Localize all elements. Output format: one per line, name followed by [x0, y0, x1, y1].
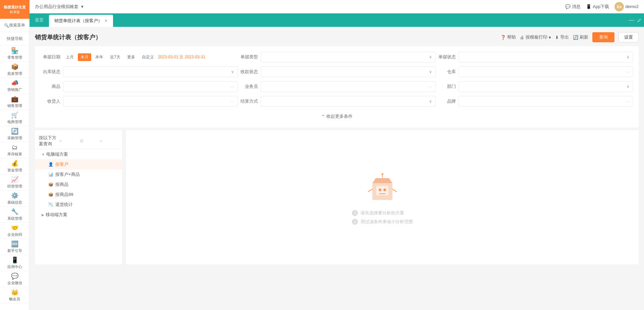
sidebar-item-system[interactable]: 🔧 系统管理: [0, 207, 30, 223]
print-btn[interactable]: 🖨 按模板打印 ▾: [520, 34, 551, 40]
tree-item-return[interactable]: 📉 退货统计: [35, 200, 122, 210]
sidebar-item-sales[interactable]: 💼 销售管理: [0, 94, 30, 110]
date-btn-7days[interactable]: 近7天: [107, 53, 123, 61]
tree-item-customer[interactable]: 👤 按客户: [35, 159, 122, 169]
outstatus-input[interactable]: ∨: [63, 66, 238, 77]
sidebar-item-marketing[interactable]: 📣 营销推广: [0, 78, 30, 94]
sidebar-search[interactable]: 🔍 搜索菜单: [0, 19, 30, 32]
settings-scheme-btn[interactable]: ⚙: [79, 138, 98, 144]
sidebar-item-appcenter[interactable]: 📱 应用中心: [0, 255, 30, 271]
tab-close-icon[interactable]: ✕: [104, 18, 108, 23]
outstatus-label: 出库状态: [40, 69, 60, 75]
filter-date: 单据日期 上月 本月 本年 近7天 更多 自定义 2023-03-01 至 20…: [40, 53, 238, 61]
export-btn[interactable]: ⬇ 导出: [555, 34, 569, 40]
refresh-label: 刷新: [580, 34, 588, 40]
date-btn-this-year[interactable]: 本年: [93, 53, 106, 61]
date-range-display: 2023-03-01 至 2023-03-31: [158, 54, 205, 60]
add-scheme-btn[interactable]: +: [59, 138, 78, 144]
date-btn-custom[interactable]: 自定义: [139, 53, 157, 61]
settlement-input[interactable]: ∨: [261, 96, 435, 107]
sidebar-item-newuser[interactable]: 🆕 新手引导: [0, 239, 30, 255]
svg-line-9: [392, 189, 396, 192]
tree-group-mobile-title[interactable]: ▶ 移动端方案: [35, 210, 122, 220]
department-input[interactable]: ∨: [459, 81, 633, 92]
tabbar: 首页 销货单统计表（按客户） ✕ — ⤢: [30, 13, 644, 27]
refresh-btn[interactable]: 🔄 刷新: [573, 34, 588, 40]
department-label: 部门: [436, 84, 456, 90]
sidebar-quicknav[interactable]: 快捷导航: [0, 32, 30, 46]
quicknav-label: 快捷导航: [7, 36, 23, 42]
hint-item-1: 1 请先选择要分析的方案: [352, 210, 413, 216]
recvstatus-label: 收款状态: [238, 69, 258, 75]
user-name: demo2: [625, 4, 639, 9]
sidebar-item-basic[interactable]: ⚙️ 基础信息: [0, 191, 30, 207]
dropdown-icon[interactable]: ▾: [81, 4, 84, 9]
sidebar-item-operation[interactable]: 📈 经营管理: [0, 174, 30, 191]
date-btn-this-month[interactable]: 本月: [78, 53, 91, 61]
search-icon: 🔍: [4, 23, 9, 28]
help-btn[interactable]: ❓ 帮助: [500, 34, 516, 40]
department-chevron: ∨: [627, 84, 630, 89]
tree-group-pc-title[interactable]: ▼ 电脑端方案: [35, 149, 122, 159]
tree-item-customer-goods[interactable]: 📊 按客户+商品: [35, 169, 122, 179]
sidebar-item-member[interactable]: 👑 畅会员: [0, 287, 30, 303]
date-btn-more[interactable]: 更多: [124, 53, 138, 61]
user-info[interactable]: Ea demo2: [614, 2, 639, 11]
sidebar-item-retail[interactable]: 🏪 零售管理: [0, 46, 30, 62]
sidebar-logo: 畅捷通好生意 标准版: [0, 0, 30, 19]
tab-maximize-icon[interactable]: ⤢: [637, 17, 641, 23]
receiver-input[interactable]: ···: [63, 96, 238, 107]
date-btn-last-month[interactable]: 上月: [63, 53, 76, 61]
receiver-more-icon[interactable]: ···: [230, 99, 234, 104]
brand-more-icon[interactable]: ···: [626, 99, 630, 104]
customer-label: 按客户: [55, 161, 68, 167]
docstatus-input[interactable]: ∨: [459, 52, 633, 62]
sidebar-item-enterprise[interactable]: 🤝 企业协同: [0, 223, 30, 239]
sidebar-item-purchase[interactable]: 🔄 采购管理: [0, 126, 30, 142]
sidebar-item-inventory[interactable]: 🗂 库存核算: [0, 142, 30, 158]
tab-home[interactable]: 首页: [30, 13, 49, 27]
doctype-input[interactable]: ∨: [261, 52, 435, 62]
settings-button[interactable]: 设置: [619, 32, 639, 42]
brand-input[interactable]: ···: [459, 96, 633, 107]
warehouse-input[interactable]: ···: [459, 66, 633, 77]
tree-item-goods99[interactable]: 📦 按商品99: [35, 190, 122, 200]
refresh-icon: 🔄: [573, 35, 578, 40]
tree-item-goods[interactable]: 📦 按商品: [35, 179, 122, 190]
collapse-panel-btn[interactable]: «: [100, 138, 118, 144]
sidebar-item-ecom[interactable]: 🛒 电商管理: [0, 110, 30, 126]
topbar-left: 办公用品行业模拟账套 ▾: [35, 4, 84, 10]
collapse-row[interactable]: ⌃ 收起更多条件: [40, 111, 633, 122]
salesman-more-icon[interactable]: ···: [428, 84, 432, 89]
warehouse-label: 仓库: [436, 69, 456, 75]
help-icon: ❓: [500, 35, 506, 40]
newuser-label: 新手引导: [7, 248, 22, 253]
recvstatus-input[interactable]: ∨: [261, 66, 435, 77]
goods-more-icon[interactable]: ···: [230, 84, 234, 89]
sidebar-item-finance[interactable]: 💰 资金管理: [0, 158, 30, 174]
message-btn[interactable]: 💬 消息: [565, 4, 581, 10]
svg-point-7: [381, 173, 383, 175]
purchase-icon: 🔄: [11, 127, 18, 135]
date-label: 单据日期: [40, 54, 60, 60]
tab-report[interactable]: 销货单统计表（按客户） ✕: [49, 15, 113, 27]
ecom-label: 电商管理: [7, 119, 22, 124]
warehouse-more-icon[interactable]: ···: [626, 69, 630, 74]
filter-card: 单据日期 上月 本月 本年 近7天 更多 自定义 2023-03-01 至 20…: [35, 46, 639, 127]
print-dropdown-icon: ▾: [549, 35, 551, 40]
goods-input[interactable]: ···: [63, 81, 238, 92]
sales-icon: 💼: [11, 95, 18, 103]
system-icon: 🔧: [11, 208, 18, 215]
page-actions: ❓ 帮助 🖨 按模板打印 ▾ ⬇ 导出 🔄 刷新 查询 设置: [500, 32, 639, 42]
goods-tree-label: 按商品: [55, 182, 68, 188]
sidebar-item-wholesale[interactable]: 📦 批发管理: [0, 62, 30, 78]
tree-group-pc: ▼ 电脑端方案 👤 按客户 📊 按客户+商品 📦 按商品: [35, 149, 122, 210]
app-download-btn[interactable]: 📱 App下载: [586, 4, 609, 10]
query-button[interactable]: 查询: [592, 32, 614, 42]
basic-icon: ⚙️: [11, 192, 18, 199]
sidebar-item-corpwechat[interactable]: 💬 企业微信: [0, 271, 30, 287]
tab-minimize-icon[interactable]: —: [629, 17, 634, 23]
salesman-input[interactable]: ···: [261, 81, 435, 92]
enterprise-icon: 🤝: [11, 224, 18, 231]
filter-row-4: 收货人 ··· 结算方式 ∨ 品牌: [40, 96, 633, 107]
